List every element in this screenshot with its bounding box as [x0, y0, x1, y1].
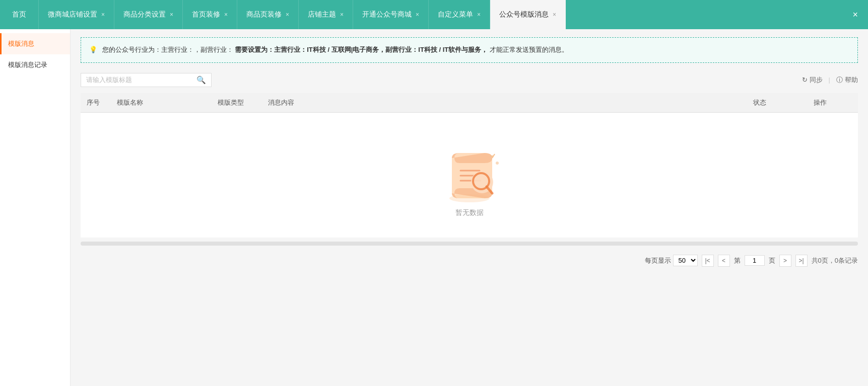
close-icon[interactable]: ×	[101, 11, 105, 18]
tab-home[interactable]: 首页	[0, 0, 39, 29]
tab-weishangcheng[interactable]: 微商城店铺设置 ×	[39, 0, 114, 29]
table-head: 序号 模版名称 模版类型 消息内容 状态 操作	[81, 93, 858, 113]
page-unit: 页	[769, 256, 775, 265]
table-header-row: 序号 模版名称 模版类型 消息内容 状态 操作	[81, 93, 858, 113]
empty-illustration	[434, 143, 505, 208]
tab-label: 公众号模版消息	[499, 10, 549, 19]
tab-template-msg[interactable]: 公众号模版消息 ×	[490, 0, 566, 29]
first-page-button[interactable]: |<	[702, 255, 714, 267]
close-icon[interactable]: ×	[170, 11, 173, 18]
page-size-select: 每页显示 50	[645, 255, 698, 266]
sync-button[interactable]: ↻ 同步	[802, 75, 823, 85]
tab-label: 微商城店铺设置	[48, 10, 97, 19]
page-label: 第	[734, 256, 741, 265]
search-bar: 🔍 ↻ 同步 | ⓘ 帮助	[81, 73, 858, 87]
notice-highlight: 需要设置为：主营行业：IT科技 / 互联网|电子商务，副营行业：IT科技 / I…	[235, 46, 488, 53]
sidebar-item-template-msg[interactable]: 模版消息	[0, 33, 70, 54]
search-input[interactable]	[86, 76, 196, 84]
col-index: 序号	[81, 93, 111, 113]
tab-label: 首页装修	[192, 10, 220, 19]
content-area: 💡 您的公众号行业为：主营行业：，副营行业： 需要设置为：主营行业：IT科技 /…	[71, 29, 868, 386]
tab-custom-menu[interactable]: 自定义菜单 ×	[429, 0, 490, 29]
search-input-wrap[interactable]: 🔍	[81, 73, 212, 87]
tab-label: 自定义菜单	[438, 10, 473, 19]
empty-row: 暂无数据	[81, 112, 858, 238]
page-size-label: 每页显示	[645, 256, 671, 265]
last-page-button[interactable]: >|	[795, 255, 808, 267]
notice-icon: 💡	[89, 46, 97, 53]
tab-product-decor[interactable]: 商品页装修 ×	[237, 0, 299, 29]
page-summary: 共0页，0条记录	[812, 256, 858, 265]
data-table: 序号 模版名称 模版类型 消息内容 状态 操作	[81, 93, 858, 238]
page-number-input[interactable]	[745, 255, 765, 266]
help-button[interactable]: ⓘ 帮助	[836, 75, 858, 85]
close-all-button[interactable]: ×	[842, 0, 868, 29]
top-nav: 首页 微商城店铺设置 × 商品分类设置 × 首页装修 × 商品页装修 × 店铺主…	[0, 0, 868, 29]
prev-page-button[interactable]: <	[718, 255, 730, 267]
empty-state: 暂无数据	[81, 113, 858, 238]
sidebar-item-template-msg-record[interactable]: 模版消息记录	[0, 54, 70, 75]
home-tab-label: 首页	[12, 10, 26, 19]
notice-prefix: 您的公众号行业为：主营行业：，副营行业：	[102, 46, 233, 53]
close-icon[interactable]: ×	[340, 11, 344, 18]
tab-label: 商品页装修	[246, 10, 282, 19]
col-action: 操作	[808, 93, 858, 113]
page-size-dropdown[interactable]: 50	[673, 255, 698, 266]
close-icon[interactable]: ×	[553, 11, 556, 18]
pagination: 每页显示 50 |< < 第 页 > >| 共0页，0条记录	[81, 250, 858, 269]
notice-banner: 💡 您的公众号行业为：主营行业：，副营行业： 需要设置为：主营行业：IT科技 /…	[81, 37, 858, 63]
col-type: 模版类型	[212, 93, 262, 113]
tab-store-theme[interactable]: 店铺主题 ×	[299, 0, 353, 29]
tab-open-store[interactable]: 开通公众号商城 ×	[353, 0, 429, 29]
col-status: 状态	[747, 93, 808, 113]
toolbar-divider: |	[829, 76, 830, 84]
notice-suffix: 才能正常发送预置的消息。	[490, 46, 568, 53]
toolbar-right: ↻ 同步 | ⓘ 帮助	[802, 75, 858, 85]
search-icon[interactable]: 🔍	[196, 75, 206, 85]
close-icon[interactable]: ×	[416, 11, 419, 18]
sidebar: 模版消息 模版消息记录	[0, 29, 71, 386]
sync-label: 同步	[810, 75, 823, 85]
close-icon[interactable]: ×	[224, 11, 228, 18]
col-content: 消息内容	[262, 93, 747, 113]
help-icon: ⓘ	[836, 75, 843, 85]
svg-point-9	[496, 162, 499, 165]
sync-icon: ↻	[802, 76, 808, 84]
table-body: 暂无数据	[81, 112, 858, 238]
empty-text: 暂无数据	[455, 208, 484, 217]
close-icon[interactable]: ×	[477, 11, 481, 18]
close-all-icon: ×	[852, 10, 858, 20]
tab-homepage-decor[interactable]: 首页装修 ×	[183, 0, 237, 29]
tab-label: 开通公众号商城	[362, 10, 412, 19]
tab-product-category[interactable]: 商品分类设置 ×	[114, 0, 183, 29]
horizontal-scrollbar[interactable]	[81, 242, 858, 246]
close-icon[interactable]: ×	[286, 11, 289, 18]
help-label: 帮助	[845, 75, 858, 85]
sidebar-item-label: 模版消息	[8, 40, 34, 47]
tab-label: 商品分类设置	[123, 10, 166, 19]
next-page-button[interactable]: >	[779, 255, 791, 267]
tab-label: 店铺主题	[308, 10, 336, 19]
col-name: 模版名称	[111, 93, 212, 113]
sidebar-item-label: 模版消息记录	[8, 61, 47, 68]
main-layout: 模版消息 模版消息记录 💡 您的公众号行业为：主营行业：，副营行业： 需要设置为…	[0, 29, 868, 386]
